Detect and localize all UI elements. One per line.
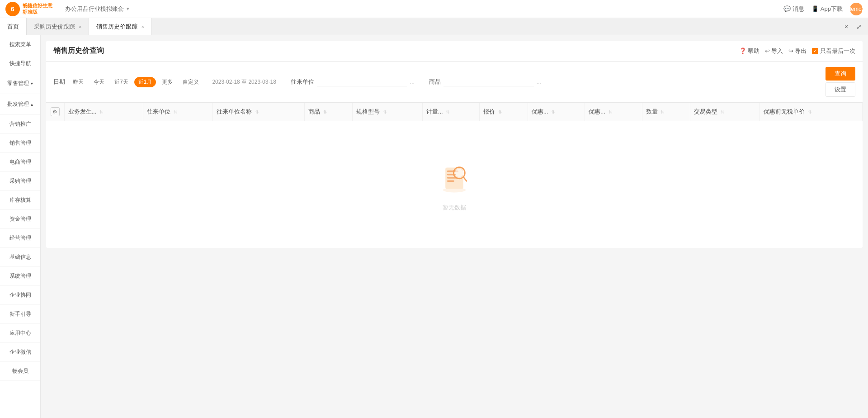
date-btn-more[interactable]: 更多 [158, 77, 177, 87]
column-quote[interactable]: 报价 ⇅ [480, 103, 528, 121]
column-unit[interactable]: 计量... ⇅ [422, 103, 479, 121]
sidebar-item-enterprise[interactable]: 企业协同 [0, 286, 40, 305]
filter-actions: 查询 设置 [826, 67, 855, 97]
sidebar-item-label: 零售管理 [7, 80, 29, 87]
app-download-action[interactable]: 📱 App下载 [811, 5, 843, 13]
filter-bar: 日期 昨天 今天 近7天 近1月 更多 自定义 2023-02-18 至 202… [46, 62, 863, 103]
sort-icon: ⇅ [255, 109, 259, 114]
column-settings-icon[interactable]: ⚙ [51, 107, 60, 116]
sidebar-item-inventory[interactable]: 库存核算 [0, 191, 40, 210]
close-window-button[interactable]: × [841, 21, 852, 32]
sidebar-item-label: 资金管理 [9, 215, 31, 223]
sidebar-item-label: 企业协同 [9, 291, 31, 299]
sidebar: 搜索菜单 快捷导航 零售管理 ▾ 批发管理 ▴ 营销推广 销售管理 电商管理 采… [0, 35, 41, 418]
logo-area: 6 畅捷信好生意 标准版 [5, 2, 52, 16]
avatar: demo2 [850, 3, 863, 15]
partner-filter-group: 往来单位 ... [291, 77, 415, 86]
sort-icon: ⇅ [660, 109, 664, 114]
sidebar-item-operations[interactable]: 经营管理 [0, 229, 40, 248]
tab-home[interactable]: 首页 [0, 18, 27, 35]
purchase-tab-label: 采购历史价跟踪 [34, 23, 75, 31]
sort-icon: ⇅ [609, 109, 612, 114]
sidebar-item-label: 系统管理 [9, 272, 31, 280]
topbar-center: 办公用品行业模拟账套 ▾ [56, 5, 129, 13]
sidebar-item-marketing[interactable]: 营销推广 [0, 115, 40, 134]
sidebar-item-sales-mgmt[interactable]: 销售管理 [0, 134, 40, 153]
sort-icon: ⇅ [383, 109, 387, 114]
sidebar-item-label: 企业微信 [9, 348, 31, 356]
purchase-tab-close[interactable]: × [79, 24, 81, 29]
sidebar-item-label: 基础信息 [9, 253, 31, 261]
sidebar-item-purchase-mgmt[interactable]: 采购管理 [0, 172, 40, 191]
date-btn-today[interactable]: 今天 [90, 77, 108, 87]
chevron-up-icon: ▴ [31, 102, 33, 107]
sidebar-item-system[interactable]: 系统管理 [0, 267, 40, 286]
sidebar-item-label: 销售管理 [9, 139, 31, 147]
sidebar-item-label: 电商管理 [9, 158, 31, 166]
column-partner-name[interactable]: 往来单位名称 ⇅ [213, 103, 304, 121]
sidebar-item-retail-mgmt[interactable]: 零售管理 ▾ [0, 73, 40, 94]
column-goods[interactable]: 商品 ⇅ [304, 103, 352, 121]
sidebar-item-guide[interactable]: 新手引导 [0, 305, 40, 324]
column-settings[interactable]: ⚙ [46, 103, 64, 121]
sidebar-item-wholesale-mgmt[interactable]: 批发管理 ▴ [0, 94, 40, 115]
date-btn-custom[interactable]: 自定义 [179, 77, 203, 87]
import-icon: ↩ [765, 48, 770, 54]
tab-sales[interactable]: 销售历史价跟踪 × [89, 18, 151, 35]
column-spec[interactable]: 规格型号 ⇅ [353, 103, 422, 121]
sidebar-item-label: 快捷导航 [9, 60, 31, 67]
message-action[interactable]: 💬 消息 [783, 5, 804, 13]
only-last-checkbox[interactable]: ✓ 只看最后一次 [812, 47, 855, 55]
tab-purchase[interactable]: 采购历史价跟踪 × [27, 18, 89, 35]
partner-input[interactable] [317, 77, 407, 86]
sidebar-item-search-menu[interactable]: 搜索菜单 [0, 35, 40, 54]
export-icon: ↪ [788, 48, 793, 54]
topbar-right: 💬 消息 📱 App下载 demo2 [783, 3, 863, 15]
sidebar-item-label: 经营管理 [9, 234, 31, 242]
goods-label: 商品 [429, 78, 441, 86]
user-profile[interactable]: demo2 [850, 3, 863, 15]
goods-dots: ... [537, 79, 541, 85]
column-trade-type[interactable]: 交易类型 ⇅ [690, 103, 760, 121]
sidebar-item-basic-info[interactable]: 基础信息 [0, 248, 40, 267]
sidebar-item-label: 应用中心 [9, 329, 31, 337]
date-btn-last1m[interactable]: 近1月 [134, 77, 156, 87]
sidebar-item-label: 批发管理 [7, 100, 29, 108]
sort-icon: ⇅ [551, 109, 555, 114]
topbar: 6 畅捷信好生意 标准版 办公用品行业模拟账套 ▾ 💬 消息 📱 App下载 d… [0, 0, 868, 18]
home-tab-label: 首页 [7, 23, 19, 31]
settings-button[interactable]: 设置 [826, 82, 855, 97]
sidebar-item-member[interactable]: 畅会员 [0, 362, 40, 381]
maximize-window-button[interactable]: ⤢ [854, 21, 864, 32]
date-range-display: 2023-02-18 至 2023-03-18 [212, 78, 276, 86]
table-body: 暂无数据 [46, 121, 863, 248]
sales-tab-close[interactable]: × [141, 24, 144, 29]
content-area: 销售历史价查询 ❓ 帮助 ↩ 导入 ↪ 导出 ✓ 只看最后一次 [41, 35, 868, 418]
help-action[interactable]: ❓ 帮助 [739, 47, 760, 55]
import-action[interactable]: ↩ 导入 [765, 47, 783, 55]
sidebar-item-quick-nav[interactable]: 快捷导航 [0, 54, 40, 73]
sidebar-item-ecommerce[interactable]: 电商管理 [0, 153, 40, 172]
app-title-dropdown[interactable]: ▾ [127, 6, 129, 12]
column-pretax-price[interactable]: 优惠前无税单价 ⇅ [760, 103, 863, 121]
goods-input[interactable] [443, 77, 534, 86]
partner-dots: ... [410, 79, 415, 85]
sort-icon: ⇅ [446, 109, 449, 114]
sidebar-item-wechat[interactable]: 企业微信 [0, 343, 40, 362]
column-quantity[interactable]: 数量 ⇅ [642, 103, 690, 121]
logo-icon: 6 [5, 2, 20, 16]
table-container: ⚙ 业务发生... ⇅ 往来单位 ⇅ 往来单位名称 ⇅ [46, 103, 863, 248]
tabbar: 首页 采购历史价跟踪 × 销售历史价跟踪 × × ⤢ [0, 18, 868, 35]
column-discount2[interactable]: 优惠... ⇅ [585, 103, 642, 121]
date-btn-last7[interactable]: 近7天 [110, 77, 132, 87]
sidebar-item-finance[interactable]: 资金管理 [0, 210, 40, 229]
date-btn-yesterday[interactable]: 昨天 [69, 77, 88, 87]
column-discount1[interactable]: 优惠... ⇅ [528, 103, 585, 121]
query-button[interactable]: 查询 [826, 67, 855, 81]
column-partner-code[interactable]: 往来单位 ⇅ [143, 103, 212, 121]
sidebar-item-app-center[interactable]: 应用中心 [0, 324, 40, 343]
sidebar-item-label: 库存核算 [9, 196, 31, 204]
column-date[interactable]: 业务发生... ⇅ [64, 103, 143, 121]
sort-icon: ⇅ [323, 109, 327, 114]
export-action[interactable]: ↪ 导出 [788, 47, 807, 55]
